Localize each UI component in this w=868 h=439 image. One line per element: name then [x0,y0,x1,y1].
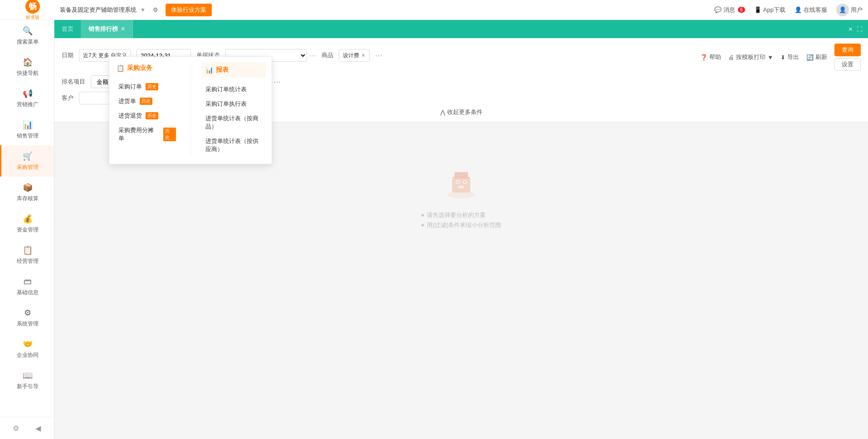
content-area: 首页 销售排行榜 ✕ ✕ ⛶ 日期 近7天 更多 自定义 [54,20,868,439]
tab-bar-right: ✕ ⛶ [843,26,868,33]
industry-button[interactable]: 体验行业方案 [166,4,212,16]
tab-salesranking-close[interactable]: ✕ [121,26,125,32]
sidebar-label-marketing: 营销推广 [17,101,39,109]
header-right: 💬 消息 6 📱 App下载 👤 在线客服 👤 用户 [714,4,863,16]
svg-rect-7 [458,186,464,188]
sidebar-item-quicknav[interactable]: 🏠 快捷导航 [0,51,54,83]
report-col-title: 📊 报表 [202,62,267,78]
report-col: 📊 报表 采购订单统计表 采购订单执行表 进货单统计表（按商品） 进货单统计表（… [204,64,265,157]
sidebar-item-search[interactable]: 🔍 搜索菜单 [0,20,54,51]
finance-icon: 💰 [22,213,33,224]
dropdown-po-exec[interactable]: 采购订单执行表 [204,97,265,111]
user-item[interactable]: 👤 用户 [836,4,863,16]
sidebar-label-finance: 资金管理 [17,226,39,234]
logo-area: 畅 标准版 [5,0,60,20]
goods-tag: 设计费 ✕ [339,49,370,62]
refresh-icon: 🔄 [806,54,814,61]
collapse-label: 收起更多条件 [447,108,483,116]
sidebar-label-purchase: 采购管理 [17,163,39,171]
sidebar-item-marketing[interactable]: 📢 营销推广 [0,83,54,114]
hint-dot-2 [421,224,424,227]
sidebar-item-system[interactable]: ⚙ 系统管理 [0,302,54,333]
tab-home-label: 首页 [62,25,73,33]
tab-bar: 首页 销售排行榜 ✕ ✕ ⛶ [54,20,868,38]
sidebar-item-inventory[interactable]: 📦 库存核算 [0,177,54,208]
dropdown-expense[interactable]: 采购费用分摊单 历史 [117,123,178,146]
sidebar-item-sales[interactable]: 📊 销售管理 [0,114,54,145]
phone-icon: 📱 [754,6,761,13]
sidebar-label-operations: 经营管理 [17,257,39,265]
order-status-more-icon[interactable]: ⋯ [309,51,316,60]
goods-more-dots[interactable]: ⋯ [375,51,382,60]
sidebar-item-enterprise[interactable]: 🤝 企业协同 [0,333,54,365]
system-settings-icon[interactable]: ⚙ [149,4,162,16]
dropdown-receipt[interactable]: 进货单 历史 [117,94,178,109]
query-button[interactable]: 查询 [834,44,861,56]
dropdown-expense-badge: 历史 [163,128,176,141]
dropdown-receipt-stat-goods[interactable]: 进货单统计表（按商品） [204,111,265,134]
print-btn[interactable]: 🖨 按模板打印 ▼ [728,53,773,61]
empty-illustration [439,158,484,204]
message-label: 消息 [723,6,735,14]
app-download-item[interactable]: 📱 App下载 [754,6,785,14]
logo-icon: 畅 [25,0,40,14]
dropdown-expense-label: 采购费用分摊单 [118,126,160,143]
tab-salesranking-label: 销售排行榜 [88,25,118,33]
tab-salesranking[interactable]: 销售排行榜 ✕ [81,20,133,38]
report-col-icon: 📊 [205,66,213,74]
message-icon: 💬 [714,6,722,13]
system-title-area: 装备及固定资产辅助管理系统 ▼ ⚙ 体验行业方案 [60,4,714,16]
print-dropdown-icon[interactable]: ▼ [767,54,773,61]
purchase-dropdown-menu: 📋 采购业务 采购订单 历史 进货单 历史 进货退货 历史 [109,56,272,164]
hint-text-1: 请先选择要分析的方案 [427,211,486,219]
export-btn[interactable]: ⬇ 导出 [780,53,799,61]
tab-maximize-icon[interactable]: ⛶ [857,26,863,33]
logo-subtext: 标准版 [26,14,39,20]
sidebar-item-finance[interactable]: 💰 资金管理 [0,208,54,239]
dropdown-return-label: 进货退货 [118,112,142,120]
date-label: 日期 [62,51,73,59]
home-icon: 🏠 [22,57,33,68]
goods-tag-close[interactable]: ✕ [361,52,366,59]
sidebar-collapse-btn[interactable]: ◀ [32,422,44,434]
sidebar-settings-btn[interactable]: ⚙ [10,422,22,434]
settings-button[interactable]: 设置 [834,58,861,71]
refresh-label: 刷新 [815,53,827,61]
hint-dot-1 [421,214,424,217]
message-badge: 6 [738,7,745,13]
tab-home[interactable]: 首页 [54,20,81,38]
salesperson-more-dots[interactable]: ⋯ [273,78,281,86]
help-btn[interactable]: ❓ 帮助 [700,53,721,61]
sidebar-label-search: 搜索菜单 [17,38,39,46]
goods-tag-text: 设计费 [343,52,359,59]
sidebar-item-guide[interactable]: 📖 新手引导 [0,365,54,396]
sidebar: 🔍 搜索菜单 🏠 快捷导航 📢 营销推广 📊 销售管理 🛒 采购管理 📦 库存核… [0,20,54,439]
tab-close-all-icon[interactable]: ✕ [848,26,853,33]
purchase-col: 📋 采购业务 采购订单 历史 进货单 历史 进货退货 历史 [117,64,178,157]
dropdown-po-stat[interactable]: 采购订单统计表 [204,82,265,97]
svg-rect-1 [452,177,470,192]
dropdown-return[interactable]: 进货退货 历史 [117,109,178,123]
marketing-icon: 📢 [22,88,33,99]
sidebar-label-basicinfo: 基础信息 [17,289,39,296]
online-service-item[interactable]: 👤 在线客服 [795,6,827,14]
refresh-btn[interactable]: 🔄 刷新 [806,53,827,61]
main-layout: 🔍 搜索菜单 🏠 快捷导航 📢 营销推广 📊 销售管理 🛒 采购管理 📦 库存核… [0,20,868,439]
inventory-icon: 📦 [22,182,33,193]
message-item[interactable]: 💬 消息 6 [714,6,745,14]
dropdown-po[interactable]: 采购订单 历史 [117,79,178,94]
system-icon: ⚙ [22,307,33,318]
sidebar-label-quicknav: 快捷导航 [17,69,39,77]
sidebar-item-basicinfo[interactable]: 🗃 基础信息 [0,271,54,302]
dropdown-receipt-stat-supplier[interactable]: 进货单统计表（按供应商） [204,134,265,157]
report-col-label: 报表 [216,66,229,74]
guide-icon: 📖 [22,370,33,381]
purchase-col-label: 采购业务 [127,64,152,72]
dropdown-po-label: 采购订单 [118,83,142,91]
page-content: 日期 近7天 更多 自定义 单据状态 ⋯ [54,38,868,439]
empty-hints: 请先选择要分析的方案 用[过滤]条件来缩小分析范围 [421,209,501,231]
sidebar-item-operations[interactable]: 📋 经营管理 [0,239,54,271]
sidebar-label-system: 系统管理 [17,320,39,328]
sidebar-item-purchase[interactable]: 🛒 采购管理 [0,145,54,177]
system-dropdown-arrow[interactable]: ▼ [140,7,146,13]
